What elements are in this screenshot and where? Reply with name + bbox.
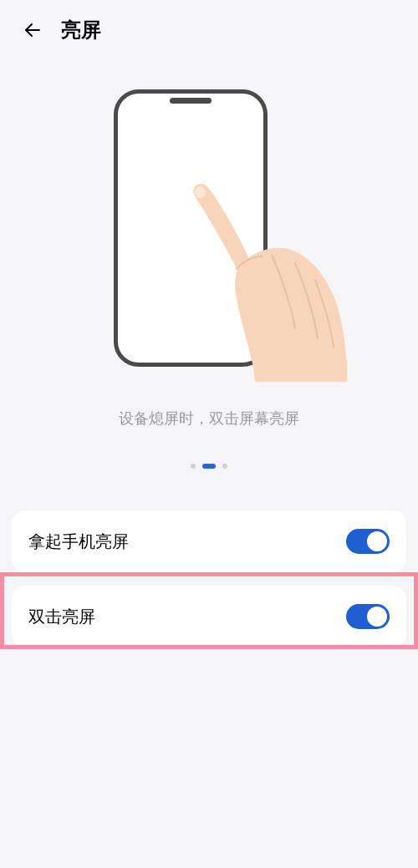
toggle-raise-to-wake[interactable] xyxy=(346,529,390,554)
setting-label: 拿起手机亮屏 xyxy=(28,530,129,553)
double-tap-illustration xyxy=(109,89,309,373)
back-icon[interactable] xyxy=(21,18,44,42)
settings-list: 拿起手机亮屏 双击亮屏 xyxy=(0,510,418,647)
illustration-hint: 设备熄屏时，双击屏幕亮屏 xyxy=(119,409,299,429)
page-dot xyxy=(191,464,196,469)
page-indicator[interactable] xyxy=(191,464,227,469)
toggle-knob xyxy=(367,607,387,627)
illustration-area: 设备熄屏时，双击屏幕亮屏 xyxy=(0,60,418,485)
setting-raise-to-wake[interactable]: 拿起手机亮屏 xyxy=(12,510,406,572)
header: 亮屏 xyxy=(0,0,418,60)
setting-double-tap-to-wake[interactable]: 双击亮屏 xyxy=(12,586,406,647)
page-title: 亮屏 xyxy=(61,17,101,43)
setting-label: 双击亮屏 xyxy=(28,606,95,628)
page-dot-active xyxy=(202,464,216,469)
toggle-knob xyxy=(367,531,387,551)
page-dot xyxy=(222,464,227,469)
toggle-double-tap-to-wake[interactable] xyxy=(346,604,390,629)
hand-icon xyxy=(188,173,355,382)
